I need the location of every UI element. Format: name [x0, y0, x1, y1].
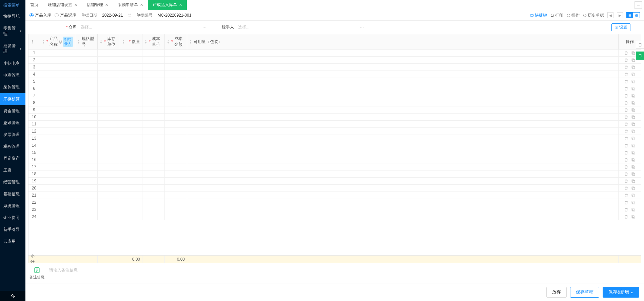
close-icon[interactable]: ✕ — [74, 3, 77, 7]
sidebar-item-5[interactable]: 采购管理 — [0, 81, 25, 93]
close-icon[interactable]: ✕ — [179, 3, 182, 7]
save-new-button[interactable]: 保存&新增 ▲ — [603, 287, 639, 298]
sidebar-item-17[interactable]: 新手引导 — [0, 224, 25, 236]
col-price[interactable]: ▲▼*成本单价 — [142, 34, 165, 49]
delete-icon[interactable] — [624, 172, 628, 176]
table-row[interactable]: 5 — [28, 78, 641, 85]
sidebar-item-15[interactable]: 系统管理 — [0, 200, 25, 212]
sidebar-item-0[interactable]: 快捷导航 — [0, 11, 25, 22]
shortcut-link[interactable]: 快捷键 — [530, 13, 547, 18]
sidebar-item-12[interactable]: 工资 — [0, 164, 25, 176]
copy-icon[interactable] — [631, 79, 636, 84]
delete-icon[interactable] — [624, 86, 628, 91]
sidebar-item-16[interactable]: 企业协同 — [0, 212, 25, 224]
table-row[interactable]: 22 — [28, 199, 641, 206]
table-row[interactable]: 3 — [28, 64, 641, 71]
sidebar-settings[interactable] — [0, 291, 25, 301]
remark-input[interactable] — [48, 266, 482, 274]
copy-icon[interactable] — [631, 136, 636, 141]
tab-1[interactable]: 旺铺店铺设置✕ — [43, 0, 82, 10]
copy-icon[interactable] — [631, 108, 636, 112]
sidebar-item-3[interactable]: 小畅电商 — [0, 58, 25, 69]
copy-icon[interactable] — [631, 200, 636, 205]
history-next[interactable]: ▶ — [617, 12, 623, 18]
date-value[interactable]: 2022-09-21 — [102, 13, 123, 18]
save-draft-button[interactable]: 保存草稿 — [570, 287, 599, 298]
table-row[interactable]: 24 — [28, 213, 641, 220]
col-unit[interactable]: ▲▼*库存单位 — [98, 34, 120, 49]
copy-icon[interactable] — [631, 115, 636, 119]
copy-icon[interactable] — [631, 101, 636, 105]
delete-icon[interactable] — [624, 165, 628, 169]
delete-icon[interactable] — [624, 94, 628, 98]
table-row[interactable]: 12 — [28, 128, 641, 135]
delete-icon[interactable] — [624, 65, 628, 69]
col-avail[interactable]: ▲▼可用量（包装） — [187, 34, 619, 49]
sidebar-item-14[interactable]: 基础信息 — [0, 188, 25, 200]
radio-product-out[interactable]: 产品退库 — [55, 13, 76, 18]
sidebar-item-6[interactable]: 库存核算 — [0, 93, 25, 105]
table-row[interactable]: 1 — [28, 49, 641, 57]
col-config[interactable] — [28, 34, 40, 49]
table-row[interactable]: 14 — [28, 142, 641, 149]
delete-icon[interactable] — [624, 58, 628, 62]
delete-icon[interactable] — [624, 143, 628, 148]
copy-icon[interactable] — [631, 150, 636, 155]
sidebar-item-8[interactable]: 总账管理 — [0, 117, 25, 129]
table-row[interactable]: 13 — [28, 135, 641, 142]
copy-icon[interactable] — [631, 129, 636, 134]
col-qty[interactable]: ▲▼*数量 — [120, 34, 142, 49]
table-row[interactable]: 20 — [28, 185, 641, 192]
float-help-button[interactable] — [636, 52, 644, 60]
delete-icon[interactable] — [624, 79, 628, 84]
delete-icon[interactable] — [624, 150, 628, 155]
tab-0[interactable]: 首页 — [25, 0, 43, 10]
delete-icon[interactable] — [624, 186, 628, 190]
table-row[interactable]: 4 — [28, 71, 641, 78]
close-icon[interactable]: ✕ — [140, 3, 143, 7]
warehouse-select[interactable]: 选择...⋯ — [79, 24, 208, 31]
copy-icon[interactable] — [631, 72, 636, 77]
col-product[interactable]: ▲▼*产品名称? 扫码录入 — [40, 34, 75, 49]
delete-icon[interactable] — [624, 129, 628, 134]
copy-icon[interactable] — [631, 86, 636, 91]
copy-icon[interactable] — [631, 143, 636, 148]
delete-icon[interactable] — [624, 179, 628, 183]
copy-icon[interactable] — [631, 193, 636, 198]
delete-icon[interactable] — [624, 158, 628, 162]
radio-product-in[interactable]: 产品入库 — [30, 13, 51, 18]
copy-icon[interactable] — [631, 186, 636, 190]
delete-icon[interactable] — [624, 108, 628, 112]
table-row[interactable]: 16 — [28, 156, 641, 163]
tab-4[interactable]: 产成品入库单✕ — [148, 0, 187, 10]
copy-icon[interactable] — [631, 65, 636, 69]
sidebar-item-4[interactable]: 电商管理 — [0, 69, 25, 81]
close-icon[interactable]: ✕ — [105, 3, 108, 7]
delete-icon[interactable] — [624, 215, 628, 219]
table-row[interactable]: 21 — [28, 192, 641, 199]
table-row[interactable]: 19 — [28, 178, 641, 185]
view-list-button[interactable] — [626, 12, 633, 18]
table-row[interactable]: 15 — [28, 149, 641, 156]
delete-icon[interactable] — [624, 51, 628, 55]
operate-link[interactable]: 操作 — [567, 13, 580, 18]
delete-icon[interactable] — [624, 72, 628, 77]
delete-icon[interactable] — [624, 193, 628, 198]
table-row[interactable]: 10 — [28, 114, 641, 121]
calendar-icon[interactable] — [128, 13, 132, 17]
handler-select[interactable]: 选择...⋯ — [237, 24, 366, 31]
table-row[interactable]: 18 — [28, 170, 641, 178]
tabs-collapse-button[interactable] — [635, 1, 642, 9]
table-row[interactable]: 7 — [28, 92, 641, 99]
sidebar-item-18[interactable]: 云应用 — [0, 236, 25, 247]
table-row[interactable]: 11 — [28, 121, 641, 128]
copy-icon[interactable] — [631, 94, 636, 98]
delete-icon[interactable] — [624, 200, 628, 205]
sidebar-item-11[interactable]: 固定资产 — [0, 153, 25, 164]
delete-icon[interactable] — [624, 115, 628, 119]
sidebar-search[interactable]: 搜索菜单 — [0, 0, 25, 11]
table-row[interactable]: 2 — [28, 57, 641, 64]
copy-icon[interactable] — [631, 172, 636, 176]
table-row[interactable]: 23 — [28, 206, 641, 213]
history-link[interactable]: 历史单据 — [583, 13, 604, 18]
